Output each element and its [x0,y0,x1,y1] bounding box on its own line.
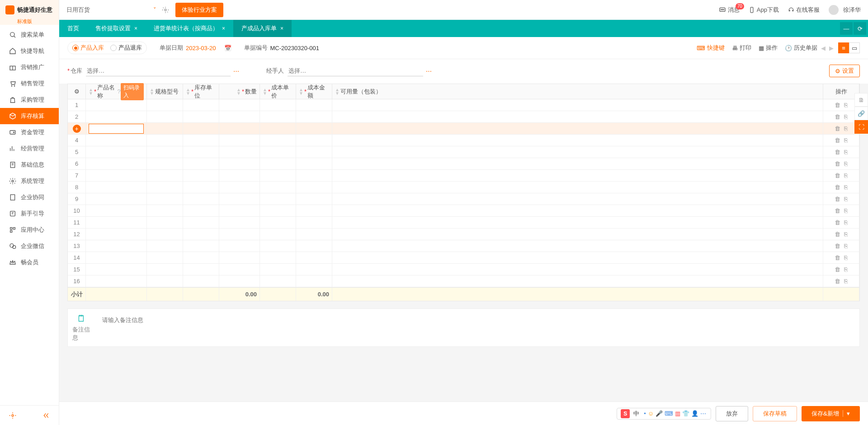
calendar-icon[interactable]: 📅 [224,45,231,51]
cell[interactable] [183,217,219,228]
cell[interactable] [296,170,332,181]
delete-row-icon[interactable]: 🗑 [835,266,840,273]
scan-entry-button[interactable]: 扫码录入 [121,83,144,100]
cell[interactable] [147,146,183,158]
cell[interactable] [296,240,332,252]
delete-row-icon[interactable]: 🗑 [835,254,840,261]
cell[interactable] [147,264,183,275]
nav-wecom[interactable]: 企业微信 [0,238,59,254]
delete-row-icon[interactable]: 🗑 [835,160,840,167]
cell[interactable] [332,158,823,169]
th-product-name[interactable]: ▲▼*产品名称?扫码录入 [86,84,147,99]
cell[interactable] [296,264,332,275]
delete-row-icon[interactable]: 🗑 [835,172,840,179]
add-row-button[interactable]: + [73,125,81,133]
cell[interactable] [183,182,219,193]
cell[interactable] [183,240,219,252]
cell[interactable] [183,205,219,216]
cell[interactable] [260,240,296,252]
delete-row-icon[interactable]: 🗑 [835,184,840,191]
cell[interactable] [219,111,260,122]
cell[interactable] [183,158,219,169]
cell[interactable] [260,217,296,228]
float-note-icon[interactable]: 🗎 [854,93,868,107]
nav-member[interactable]: 畅会员 [0,254,59,271]
cell[interactable] [147,240,183,252]
cell[interactable] [296,252,332,263]
cell[interactable] [260,205,296,216]
table-row[interactable]: 10🗑⎘ [68,205,859,217]
table-row[interactable]: 7🗑⎘ [68,170,859,182]
copy-row-icon[interactable]: ⎘ [844,196,848,202]
cell[interactable] [296,111,332,122]
cell[interactable] [183,111,219,122]
tab-product-stockin[interactable]: 产成品入库单× [233,20,292,37]
cell-product-name[interactable] [86,135,147,146]
app-download-link[interactable]: App下载 [749,6,779,14]
cell[interactable] [260,158,296,169]
module-settings-icon[interactable] [162,6,169,14]
cell-product-name[interactable] [86,193,147,205]
cell-product-name[interactable] [86,240,147,252]
delete-row-icon[interactable]: 🗑 [835,207,840,214]
warehouse-more-icon[interactable]: ⋯ [233,68,239,75]
cell[interactable] [260,252,296,263]
copy-row-icon[interactable]: ⎘ [844,254,848,261]
cell[interactable] [147,252,183,263]
nav-business[interactable]: 经营管理 [0,140,59,157]
table-row[interactable]: 16🗑⎘ [68,276,859,287]
nav-purchase[interactable]: 采购管理 [0,92,59,108]
table-row[interactable]: 5🗑⎘ [68,146,859,158]
table-row[interactable]: 12🗑⎘ [68,229,859,240]
cell[interactable] [296,229,332,240]
delete-row-icon[interactable]: 🗑 [835,113,840,120]
nav-apps[interactable]: 应用中心 [0,222,59,238]
copy-row-icon[interactable]: ⎘ [844,207,848,214]
history-button[interactable]: 🕑历史单据 [785,44,817,52]
th-available[interactable]: ▲▼可用量（包装） [332,84,823,99]
th-spec[interactable]: ▲▼规格型号 [147,84,183,99]
cell[interactable] [219,123,260,134]
delete-row-icon[interactable]: 🗑 [835,219,840,226]
cell[interactable] [296,217,332,228]
cell-product-name[interactable] [86,146,147,158]
cell[interactable] [332,229,823,240]
cell[interactable] [296,193,332,205]
cell[interactable] [147,205,183,216]
cell[interactable] [183,264,219,275]
cell[interactable] [332,240,823,252]
print-button[interactable]: 🖶打印 [732,44,751,52]
nav-marketing[interactable]: 营销推广 [0,59,59,75]
discard-button[interactable]: 放弃 [716,406,748,421]
cell[interactable] [147,158,183,169]
cell[interactable] [260,264,296,275]
th-price[interactable]: ▲▼*成本单价 [260,84,296,99]
copy-row-icon[interactable]: ⎘ [844,184,848,191]
cell[interactable] [183,193,219,205]
cell[interactable] [260,146,296,158]
product-name-input[interactable] [89,124,144,134]
cell[interactable] [332,217,823,228]
cell-product-name[interactable] [86,99,147,111]
prev-doc-icon[interactable]: ◀ [821,45,826,51]
copy-row-icon[interactable]: ⎘ [844,160,848,167]
tab-purchase-report[interactable]: 进货单统计表（按商品）× [146,20,233,37]
copy-row-icon[interactable]: ⎘ [844,219,848,226]
messages-link[interactable]: 消息 70 [719,6,740,14]
cell[interactable] [332,252,823,263]
cell[interactable] [147,229,183,240]
close-icon[interactable]: × [134,25,137,32]
cell[interactable] [219,193,260,205]
ime-toolbar[interactable]: S 中 •☺🎤⌨▥👕👤⋯ [617,408,711,420]
copy-row-icon[interactable]: ⎘ [844,102,848,108]
cell[interactable] [219,170,260,181]
module-selector[interactable]: 日用百货 ˅ [66,6,156,14]
copy-row-icon[interactable]: ⎘ [844,243,848,249]
cell-product-name[interactable] [86,229,147,240]
nav-guide[interactable]: 新手引导 [0,205,59,222]
shortcut-button[interactable]: ⌨快捷键 [697,44,725,52]
cell[interactable] [147,123,183,134]
online-service-link[interactable]: 在线客服 [788,6,820,14]
cell[interactable] [260,111,296,122]
cell[interactable] [147,217,183,228]
